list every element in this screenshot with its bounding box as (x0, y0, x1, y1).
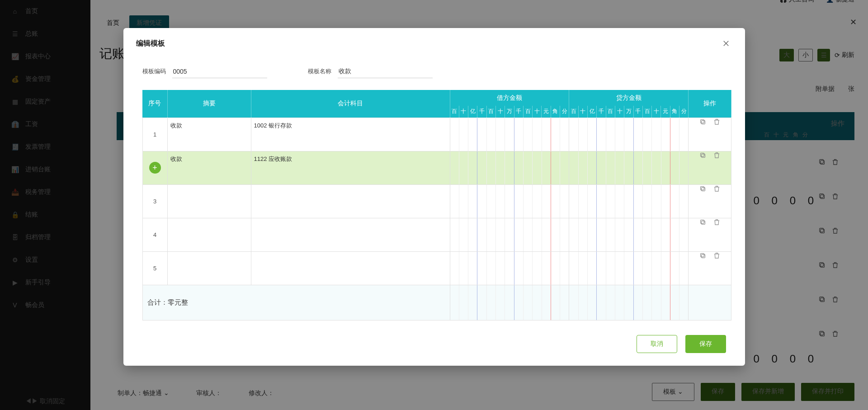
cell-summary[interactable] (167, 184, 251, 218)
th-digit: 千 (477, 106, 486, 118)
copy-icon (699, 185, 707, 193)
cell-ops (689, 251, 731, 285)
cell-account[interactable]: 1002 银行存款 (251, 118, 450, 151)
table-row[interactable]: +收款1122 应收账款 (142, 151, 731, 184)
delete-icon (713, 185, 721, 193)
row-copy-button[interactable] (699, 118, 707, 127)
th-digit: 分 (679, 106, 689, 118)
svg-rect-17 (701, 186, 704, 190)
th-summary: 摘要 (167, 90, 251, 118)
cell-summary[interactable]: 收款 (167, 118, 251, 151)
table-row[interactable]: 4 (142, 218, 731, 251)
cell-account[interactable] (251, 251, 450, 285)
modal-title: 编辑模板 (136, 39, 165, 48)
row-delete-button[interactable] (713, 185, 721, 194)
delete-icon (713, 218, 721, 226)
th-digit: 十 (495, 106, 505, 118)
th-account: 会计科目 (251, 90, 450, 118)
th-digit: 百 (642, 106, 651, 118)
template-table: 序号 摘要 会计科目 借方金额 贷方金额 操作 百十亿千百十万千百十元角分百十亿… (142, 90, 732, 320)
copy-icon (699, 252, 707, 259)
close-icon (722, 39, 730, 47)
table-row[interactable]: 5 (142, 251, 731, 285)
svg-rect-19 (701, 220, 704, 223)
th-op: 操作 (689, 90, 731, 118)
th-digit: 十 (578, 106, 587, 118)
cell-credit[interactable] (569, 118, 689, 151)
th-digit: 千 (514, 106, 523, 118)
cell-seq: 1 (142, 118, 167, 151)
th-digit: 十 (459, 106, 468, 118)
th-digit: 百 (606, 106, 615, 118)
row-copy-button[interactable] (699, 252, 707, 261)
template-code-label: 模板编码 (142, 67, 166, 78)
th-digit: 元 (661, 106, 670, 118)
cell-account[interactable]: 1122 应收账款 (251, 151, 450, 184)
cell-summary[interactable] (167, 218, 251, 251)
cell-account[interactable] (251, 184, 450, 218)
svg-rect-16 (702, 187, 705, 191)
cell-seq: 3 (142, 184, 167, 218)
row-delete-button[interactable] (713, 151, 721, 160)
modal-overlay: 编辑模板 模板编码 模板名称 (0, 0, 868, 410)
svg-rect-18 (702, 221, 705, 224)
cell-debit[interactable] (450, 218, 569, 251)
add-row-button[interactable]: + (149, 162, 161, 174)
row-delete-button[interactable] (713, 218, 721, 227)
th-digit: 亿 (588, 106, 597, 118)
th-digit: 十 (652, 106, 661, 118)
row-delete-button[interactable] (713, 252, 721, 261)
th-seq: 序号 (142, 90, 167, 118)
template-name-input[interactable] (338, 66, 433, 78)
cell-seq: 4 (142, 218, 167, 251)
copy-icon (699, 118, 707, 126)
edit-template-modal: 编辑模板 模板编码 模板名称 (123, 28, 745, 366)
cell-summary[interactable]: 收款 (167, 151, 251, 184)
template-form: 模板编码 模板名称 (142, 58, 726, 90)
cell-credit[interactable] (569, 184, 689, 218)
svg-rect-13 (701, 119, 704, 123)
template-code-input[interactable] (172, 66, 267, 78)
delete-icon (713, 118, 721, 126)
th-credit: 贷方金额 (569, 90, 689, 106)
table-row[interactable]: 1收款1002 银行存款 (142, 118, 731, 151)
row-copy-button[interactable] (699, 185, 707, 194)
cell-seq: + (142, 151, 167, 184)
cell-seq: 5 (142, 251, 167, 285)
row-copy-button[interactable] (699, 151, 707, 160)
cell-debit[interactable] (450, 251, 569, 285)
th-digit: 分 (560, 106, 569, 118)
svg-rect-15 (701, 153, 704, 156)
th-digit: 万 (505, 106, 514, 118)
cell-credit[interactable] (569, 251, 689, 285)
cell-credit[interactable] (569, 218, 689, 251)
th-digit: 千 (633, 106, 642, 118)
modal-footer: 取消 保存 (123, 325, 745, 366)
cell-debit[interactable] (450, 184, 569, 218)
row-copy-button[interactable] (699, 218, 707, 227)
cell-ops (689, 151, 731, 184)
row-delete-button[interactable] (713, 118, 721, 127)
modal-close-button[interactable] (720, 37, 732, 50)
th-digit: 亿 (468, 106, 477, 118)
delete-icon (713, 252, 721, 259)
cell-ops (689, 118, 731, 151)
total-row: 合计：零元整 (142, 285, 731, 320)
cell-ops (689, 184, 731, 218)
table-row[interactable]: 3 (142, 184, 731, 218)
svg-rect-14 (702, 154, 705, 157)
cancel-button[interactable]: 取消 (637, 335, 677, 353)
th-digit: 百 (486, 106, 495, 118)
cell-credit[interactable] (569, 151, 689, 184)
delete-icon (713, 151, 721, 159)
svg-rect-12 (702, 120, 705, 124)
cell-account[interactable] (251, 218, 450, 251)
th-digit: 千 (597, 106, 606, 118)
th-digit: 万 (624, 106, 633, 118)
cell-summary[interactable] (167, 251, 251, 285)
th-debit: 借方金额 (450, 90, 569, 106)
cell-debit[interactable] (450, 118, 569, 151)
save-button[interactable]: 保存 (685, 335, 726, 353)
cell-debit[interactable] (450, 151, 569, 184)
th-digit: 十 (615, 106, 624, 118)
